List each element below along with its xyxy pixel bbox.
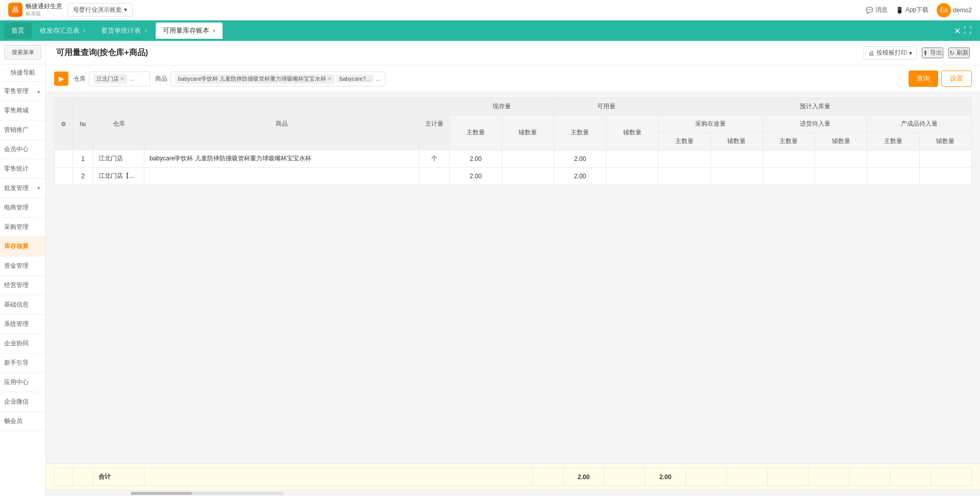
th-incoming-pending: 进货待入量 <box>763 115 867 133</box>
th-finished-pending: 产成品待入量 <box>867 115 972 133</box>
tab-order-stats-close[interactable]: × <box>144 28 147 34</box>
app-download-item[interactable]: 📱 App下载 <box>896 6 928 14</box>
row-product: babycare学饮杯 儿童防摔防撞吸管杯重力球吸嘴杯宝宝水杯 <box>144 150 419 168</box>
tab-order-stats-label: 要货单统计表 <box>101 26 141 35</box>
sidebar-item-system-mgmt[interactable]: 系统管理 <box>0 315 45 334</box>
sidebar-item-basic-info-label: 基础信息 <box>4 300 29 309</box>
export-button[interactable]: ⬆ 导出 <box>922 48 943 58</box>
row-finished-main-qty <box>867 168 919 185</box>
brand-icon: 品 <box>8 3 22 17</box>
sidebar-item-basic-info[interactable]: 基础信息 <box>0 295 45 315</box>
message-icon: 💬 <box>866 7 873 14</box>
query-button[interactable]: 查询 <box>909 70 938 87</box>
settings-button[interactable]: 设置 <box>941 70 972 87</box>
tab-order-stats[interactable]: 要货单统计表 × <box>94 22 154 39</box>
row-current-main-qty: 2.00 <box>450 150 502 168</box>
warehouse-filter-input[interactable]: 江北门店 × ... <box>89 72 150 86</box>
tab-home[interactable]: 首页 <box>4 22 32 39</box>
template-print-label: 按模板打印 <box>876 49 907 57</box>
sidebar-item-ecommerce[interactable]: 电商管理 <box>0 198 45 218</box>
warehouse-tag-remove[interactable]: × <box>120 75 124 82</box>
print-icon: 🖨 <box>868 50 874 57</box>
nav-close-all[interactable]: ✕ ⛶ <box>950 26 976 36</box>
sidebar-item-member[interactable]: 会员中心 <box>0 140 45 159</box>
sidebar-item-inventory-check[interactable]: 库存核算 <box>0 237 45 256</box>
inventory-table: ⚙ № 仓库 商品 主计量 现存量 可用量 预计入库量 主数量 辅数量 主数量 … <box>54 98 972 185</box>
total-finished-main-cell <box>890 468 931 486</box>
filter-actions: 查询 设置 <box>909 70 972 87</box>
export-label: 导出 <box>930 49 942 57</box>
th-purchase-transit: 采购在途量 <box>658 115 763 133</box>
th-current-stock: 现存量 <box>450 98 554 115</box>
top-bar-left: 品 畅捷通好生意 标准版 母婴行业演示账套 ▾ <box>8 3 133 17</box>
chevron-down-icon: ▼ <box>36 185 41 191</box>
refresh-button[interactable]: ↻ 刷新 <box>948 48 970 58</box>
sidebar-item-enterprise-wechat[interactable]: 企业微信 <box>0 392 45 412</box>
total-purchase-main-cell <box>727 468 768 486</box>
table-scrollbar-area <box>46 490 980 496</box>
product-tag-2-value: babycare?... <box>339 76 371 82</box>
row-purchase-main-qty <box>658 150 710 168</box>
sidebar-item-retail-mgmt[interactable]: 零售管理 ▲ <box>0 82 45 101</box>
table-container[interactable]: ⚙ № 仓库 商品 主计量 现存量 可用量 预计入库量 主数量 辅数量 主数量 … <box>46 92 980 463</box>
row-warehouse: 江北门店 <box>93 150 144 168</box>
product-filter-ellipsis[interactable]: ... <box>376 75 381 82</box>
th-purchase-main-qty: 主数量 <box>658 133 710 150</box>
tab-receipt-summary[interactable]: 收发存汇总表 × <box>33 22 93 39</box>
product-filter-tag-1: babycare学饮杯 儿童防摔防撞吸管杯重力球吸嘴杯宝宝水杯 × <box>175 74 334 84</box>
warehouse-filter-ellipsis[interactable]: ... <box>129 75 134 82</box>
industry-select[interactable]: 母婴行业演示账套 ▾ <box>67 3 133 17</box>
total-table: 合计 2.00 2.00 <box>54 468 972 486</box>
row-current-aux-qty <box>502 150 554 168</box>
refresh-label: 刷新 <box>957 49 969 57</box>
brand-sub: 标准版 <box>26 10 62 17</box>
sidebar-item-operations-mgmt[interactable]: 经营管理 <box>0 276 45 295</box>
content-area: 可用量查询(按仓库+商品) 🖨 按模板打印 ▾ ⬆ 导出 ↻ 刷新 ▶ <box>46 41 980 496</box>
th-purchase-aux-qty: 辅数量 <box>710 133 763 150</box>
sidebar-item-wholesale-mgmt[interactable]: 批发管理 ▼ <box>0 179 45 198</box>
total-incoming-aux-cell <box>849 468 890 486</box>
chevron-up-icon: ▲ <box>36 88 41 94</box>
tab-receipt-summary-close[interactable]: × <box>83 28 86 34</box>
total-unit-cell <box>533 468 564 486</box>
sidebar-item-inventory-check-label: 库存核算 <box>4 242 29 251</box>
sidebar-item-purchase-mgmt[interactable]: 采购管理 <box>0 218 45 237</box>
row-purchase-aux-qty <box>710 168 763 185</box>
row-no: 2 <box>73 168 93 185</box>
sidebar-item-retail-stats-label: 零售统计 <box>4 164 29 173</box>
filter-toggle-button[interactable]: ▶ <box>54 72 68 86</box>
message-item[interactable]: 💬 消息 <box>866 6 888 14</box>
sidebar-item-new-guide[interactable]: 新手引导 <box>0 353 45 373</box>
sidebar-item-marketing[interactable]: 营销推广 <box>0 121 45 140</box>
th-product: 商品 <box>144 98 419 150</box>
sidebar-item-purchase-mgmt-label: 采购管理 <box>4 223 29 231</box>
sidebar-item-finance-mgmt[interactable]: 资金管理 <box>0 256 45 276</box>
page-title: 可用量查询(按仓库+商品) <box>56 48 148 58</box>
product-filter-input[interactable]: babycare学饮杯 儿童防摔防撞吸管杯重力球吸嘴杯宝宝水杯 × babyca… <box>170 72 385 86</box>
product-tag-1-value: babycare学饮杯 儿童防摔防撞吸管杯重力球吸嘴杯宝宝水杯 <box>178 75 326 83</box>
sidebar-item-system-mgmt-label: 系统管理 <box>4 320 29 328</box>
scrollbar-thumb[interactable] <box>131 492 192 495</box>
sidebar-item-retail-stats[interactable]: 零售统计 <box>0 159 45 179</box>
sidebar-item-retail-mall[interactable]: 零售商城 <box>0 101 45 121</box>
tab-available-inventory[interactable]: 可用量库存账本 × <box>156 22 223 39</box>
th-incoming-aux-qty: 辅数量 <box>815 133 867 150</box>
sidebar-item-app-center[interactable]: 应用中心 <box>0 373 45 392</box>
product-tag-1-remove[interactable]: × <box>328 75 331 82</box>
row-gear <box>55 150 73 168</box>
app-icon: 📱 <box>896 7 903 14</box>
sidebar-item-pro-member[interactable]: 畅会员 <box>0 412 45 431</box>
row-incoming-main-qty <box>763 150 815 168</box>
product-filter-group: 商品 babycare学饮杯 儿童防摔防撞吸管杯重力球吸嘴杯宝宝水杯 × bab… <box>155 72 385 86</box>
tab-available-inventory-close[interactable]: × <box>212 28 215 34</box>
sidebar-item-enterprise-collab[interactable]: 企业协同 <box>0 334 45 353</box>
brand-text: 畅捷通好生意 <box>26 3 62 10</box>
total-incoming-main-cell <box>808 468 849 486</box>
filter-area: ▶ 仓库 江北门店 × ... 商品 babycare学饮杯 儿童防摔防撞吸管杯… <box>46 65 980 92</box>
template-print-button[interactable]: 🖨 按模板打印 ▾ <box>864 46 917 60</box>
quick-nav-button[interactable]: 快捷导航 <box>0 64 45 82</box>
user-item[interactable]: Ea demo2 <box>937 3 972 17</box>
row-warehouse: 江北门店【... <box>93 168 144 185</box>
total-product-cell <box>144 468 533 486</box>
search-menu-button[interactable]: 搜索菜单 <box>4 45 41 60</box>
